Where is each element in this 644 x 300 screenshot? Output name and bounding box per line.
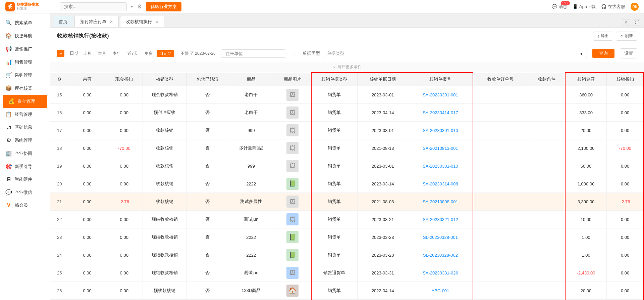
- top-bar: 畅 畅捷通好生意 标准版 ▾ ⚙ 休验行业方案 💬 消息 99+ 📱 App下载…: [0, 0, 644, 13]
- sidebar-item-hardware[interactable]: 🖥 智能硬件: [0, 173, 50, 186]
- tab-prepay-close[interactable]: ✕: [110, 19, 113, 24]
- cell-bill-number[interactable]: SA-20230301-001: [408, 86, 473, 104]
- sidebar-item-quicknav[interactable]: 🏠 快捷导航: [0, 29, 50, 42]
- tab-prepay-label: 预付冲应付单: [80, 19, 106, 25]
- bill-type-select[interactable]: 单据类型 ▾: [323, 49, 587, 58]
- sidebar-item-guide[interactable]: 🎯 新手引导: [0, 160, 50, 173]
- sidebar-item-operations[interactable]: 📋 经营管理: [0, 108, 50, 121]
- date-7days[interactable]: 近7天: [125, 50, 141, 57]
- table-settings-btn[interactable]: 设置: [620, 48, 637, 58]
- date-this-month[interactable]: 本月: [95, 50, 109, 57]
- col-goods: 商品: [228, 73, 274, 86]
- online-service-btn[interactable]: 🎧 在线客服: [601, 4, 625, 10]
- tab-close-all-btn[interactable]: ✕: [622, 19, 630, 26]
- cell-bill-number[interactable]: SA-20230314-008: [408, 175, 473, 193]
- tab-home[interactable]: 首页: [53, 16, 73, 27]
- date-custom[interactable]: 自定义: [157, 50, 174, 57]
- sidebar-item-enterprise[interactable]: 🏢 企业协同: [0, 147, 50, 160]
- cell-cash-discount: 0.00: [106, 228, 143, 246]
- cell-bill-number[interactable]: SL-20230328-002: [408, 246, 473, 264]
- cell-writeoff-type: 预收款核销: [143, 282, 186, 300]
- cell-id: 18: [50, 139, 69, 157]
- cell-receipt-order: [473, 86, 528, 104]
- date-this-year[interactable]: 本年: [110, 50, 123, 57]
- from-unit-input[interactable]: [221, 49, 286, 58]
- cell-bill-number[interactable]: SA-20230414-017: [408, 104, 473, 122]
- enterprise-icon: 🏢: [5, 150, 12, 157]
- tab-prepay[interactable]: 预付冲应付单 ✕: [74, 16, 119, 27]
- settings-gear-icon[interactable]: ⚙: [137, 3, 142, 10]
- main-layout: 🔍 搜索菜单 🏠 快捷导航 📢 营销推广 📊 销售管理 🛒 采购管理 📦 库存核…: [0, 13, 644, 300]
- cell-bill-number[interactable]: SA-20230321-012: [408, 211, 473, 228]
- refresh-btn[interactable]: ↻ 刷新: [616, 32, 637, 41]
- cell-receipt-condition: [528, 282, 565, 300]
- cell-bill-number[interactable]: SA-20230301-010: [408, 157, 473, 175]
- tab-writeoff[interactable]: 收款核销执行 ✕: [120, 16, 164, 27]
- user-avatar[interactable]: Rit: [631, 3, 639, 11]
- sidebar-item-label: 库存核算: [15, 85, 32, 91]
- cell-writeoff-type: 收款核销: [143, 157, 186, 175]
- tab-writeoff-close[interactable]: ✕: [155, 19, 159, 24]
- cell-receipt-order: [473, 193, 528, 211]
- filter-toggle-btn[interactable]: »: [57, 50, 64, 57]
- col-remainder: 余额: [69, 73, 106, 86]
- sidebar-item-purchase[interactable]: 🛒 采购管理: [0, 69, 50, 82]
- date-more[interactable]: 更多: [142, 50, 155, 57]
- top-search-input[interactable]: [60, 2, 127, 11]
- cell-goods-image: 🖼: [274, 104, 311, 122]
- cell-goods: 123D商品: [228, 282, 274, 300]
- date-last-month[interactable]: 上月: [80, 50, 94, 57]
- cell-cash-discount: 0.00: [106, 282, 143, 300]
- sidebar-item-search[interactable]: 🔍 搜索菜单: [0, 16, 50, 29]
- sidebar-item-system[interactable]: ⚙ 系统管理: [0, 134, 50, 147]
- cell-id: 17: [50, 122, 69, 139]
- hardware-icon: 🖥: [5, 176, 12, 182]
- sidebar-item-member[interactable]: V 畅会员: [0, 199, 50, 212]
- logo: 畅 畅捷通好生意 标准版: [5, 2, 56, 11]
- messages-btn[interactable]: 💬 消息 99+: [552, 4, 567, 10]
- cell-bill-number[interactable]: SA-20210813-001: [408, 139, 473, 157]
- cell-receipt-condition: [528, 175, 565, 193]
- cell-goods: 测试jun: [228, 211, 274, 228]
- cell-writeoff-amount: 20.00: [565, 282, 607, 300]
- sidebar-item-wechat[interactable]: 💬 企业微信: [0, 186, 50, 199]
- cell-writeoff-type: 现结收款核销: [143, 211, 186, 228]
- tab-fullscreen-btn[interactable]: ⛶: [633, 19, 641, 26]
- cell-id: 23: [50, 228, 69, 246]
- cell-receipt-order: [473, 211, 528, 228]
- inventory-icon: 📦: [5, 85, 12, 91]
- cell-bill-report-type: 销货单: [311, 86, 358, 104]
- export-btn[interactable]: ↑ 导出: [593, 32, 613, 41]
- sidebar-item-sales[interactable]: 📊 销售管理: [0, 55, 50, 69]
- cell-cash-discount: 0.00: [106, 157, 143, 175]
- col-gear[interactable]: ⚙: [50, 73, 69, 86]
- date-label: 日期: [70, 50, 78, 56]
- sidebar-item-marketing[interactable]: 📢 营销推广: [0, 42, 50, 55]
- cell-writeoff-type: 收款核销: [143, 139, 186, 157]
- sidebar-item-label: 基础信息: [15, 124, 32, 130]
- bill-type-label: 单据类型: [303, 50, 320, 56]
- cell-bill-number[interactable]: SA-20230301-010: [408, 122, 473, 139]
- cell-bill-number[interactable]: SA-20210808-001: [408, 193, 473, 211]
- cell-writeoff-discount: 0.00: [607, 175, 644, 193]
- cell-writeoff-discount: 0.00: [607, 282, 644, 300]
- cell-bill-number[interactable]: ABC-001: [408, 282, 473, 300]
- cell-goods: 999: [228, 157, 274, 175]
- col-writeoff-discount: 核销折扣: [607, 73, 644, 86]
- cell-writeoff-amount: 3,390.00: [565, 193, 607, 211]
- cell-bill-number[interactable]: SL-20230328-001: [408, 228, 473, 246]
- refresh-icon: ↻: [620, 34, 624, 39]
- cell-receipt-order: [473, 264, 528, 282]
- sidebar-item-funds[interactable]: 💰 资金管理: [3, 95, 47, 108]
- cell-id: 20: [50, 175, 69, 193]
- cell-bill-report-date: 2023-03-28: [357, 228, 408, 246]
- search-dropdown-icon[interactable]: ▾: [131, 4, 133, 9]
- cell-cash-discount: 0.00: [106, 104, 143, 122]
- industry-solution-btn[interactable]: 休验行业方案: [146, 2, 181, 11]
- app-download-btn[interactable]: 📱 App下载: [573, 4, 596, 10]
- cell-bill-number[interactable]: SA-20230331-026: [408, 264, 473, 282]
- sidebar-item-inventory[interactable]: 📦 库存核算: [0, 82, 50, 95]
- query-btn[interactable]: 查询: [592, 49, 614, 58]
- sidebar-item-basic[interactable]: 🗂 基础信息: [0, 121, 50, 134]
- expand-conditions-link[interactable]: ∨ 展开更多条件: [333, 65, 361, 69]
